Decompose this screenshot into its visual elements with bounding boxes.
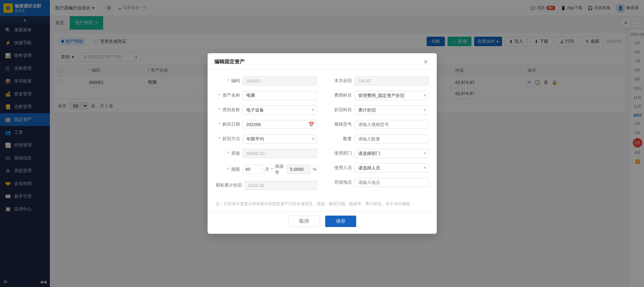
modal-left-col: * 编码 * 资产名称 <box>216 76 317 195</box>
dep-method-select[interactable]: 年限平均 <box>243 134 317 144</box>
department-label: 使用部门 <box>328 150 352 156</box>
name-label: * 资产名称 <box>216 92 240 98</box>
quantity-input[interactable] <box>355 134 429 144</box>
modal-note: 注：已经存在变更记录或者对应固定资产已经生成凭证，原值、购买日期、残值率、累计折… <box>208 198 437 211</box>
initial-dep-label: 期初累计折旧 <box>216 182 242 188</box>
modal-grid: * 编码 * 资产名称 <box>216 76 429 195</box>
staff-select[interactable]: 请选择人员 <box>355 163 429 172</box>
spec-label: 规格型号 <box>328 121 352 127</box>
category-select-wrap: 电子设备 ▾ <box>243 105 317 115</box>
quantity-label: 数量 <box>328 136 352 142</box>
name-input[interactable] <box>243 91 317 100</box>
form-row-location: 存放地点 <box>328 178 429 187</box>
modal-title: 编辑固定资产 <box>214 59 245 65</box>
category-name-label: * 类别名称 <box>216 107 240 113</box>
form-row-purchase-date: * 购买日期 📅 <box>216 120 317 129</box>
category-select[interactable]: 电子设备 <box>243 105 317 115</box>
form-row-original-value: * 原值 <box>216 149 317 158</box>
expense-account-select[interactable]: 管理费用_固定资产折旧 <box>355 91 429 100</box>
form-row-code: * 编码 <box>216 76 317 86</box>
staff-wrap: 请选择人员 ▾ <box>355 163 429 172</box>
staff-label: 使用人员 <box>328 165 352 171</box>
modal-right-col: 本月折旧 费用科目 管理费用_固定资产折旧 ▾ <box>328 76 429 195</box>
initial-dep-input[interactable] <box>245 181 317 190</box>
form-row-category: * 类别名称 电子设备 ▾ <box>216 105 317 115</box>
monthly-dep-input <box>355 76 429 86</box>
original-value-label: * 原值 <box>216 150 240 156</box>
dep-account-select[interactable]: 累计折旧 <box>355 105 429 115</box>
dep-method-select-wrap: 年限平均 ▾ <box>243 134 317 144</box>
modal-body: * 编码 * 资产名称 <box>208 70 437 198</box>
form-row-dep-method: * 折旧方法 年限平均 ▾ <box>216 134 317 144</box>
form-row-name: * 资产名称 <box>216 91 317 100</box>
location-input[interactable] <box>355 178 429 187</box>
form-row-initial-dep: 期初累计折旧 <box>216 181 317 190</box>
period-unit: 月 <box>265 166 269 172</box>
form-row-department: 使用部门 请选择部门 ▾ <box>328 149 429 158</box>
form-row-expense-account: 费用科目 管理费用_固定资产折旧 ▾ <box>328 91 429 100</box>
department-select[interactable]: 请选择部门 <box>355 149 429 158</box>
purchase-date-input[interactable] <box>243 120 317 129</box>
period-label: * 期限 <box>216 166 240 172</box>
modal-footer: 取消 保存 <box>208 211 437 234</box>
original-value-input[interactable] <box>243 149 317 158</box>
edit-asset-modal: 编辑固定资产 ✕ * 编码 <box>208 53 437 234</box>
dep-method-label: * 折旧方法 <box>216 136 240 142</box>
expense-account-label: 费用科目 <box>328 92 352 98</box>
purchase-date-label: * 购买日期 <box>216 121 240 127</box>
form-row-spec: 规格型号 <box>328 120 429 129</box>
period-inline: 月 * 残值率 % <box>243 163 317 176</box>
location-label: 存放地点 <box>328 179 352 185</box>
residual-rate-star: * <box>271 167 273 172</box>
expense-account-wrap: 管理费用_固定资产折旧 ▾ <box>355 91 429 100</box>
purchase-date-wrap: 📅 <box>243 120 317 129</box>
spec-input[interactable] <box>355 120 429 129</box>
residual-rate-unit: % <box>313 167 317 172</box>
period-input[interactable] <box>243 165 263 174</box>
modal-overlay: 编辑固定资产 ✕ * 编码 <box>0 0 644 287</box>
code-label: * 编码 <box>216 78 240 84</box>
form-row-dep-account: 折旧科目 累计折旧 ▾ <box>328 105 429 115</box>
residual-rate-input[interactable] <box>287 165 311 174</box>
form-row-staff: 使用人员 请选择人员 ▾ <box>328 163 429 172</box>
code-input[interactable] <box>243 76 317 86</box>
dep-account-wrap: 累计折旧 ▾ <box>355 105 429 115</box>
cancel-button[interactable]: 取消 <box>288 216 320 227</box>
dep-account-label: 折旧科目 <box>328 107 352 113</box>
form-row-monthly-dep: 本月折旧 <box>328 76 429 86</box>
save-button[interactable]: 保存 <box>325 216 356 227</box>
form-row-quantity: 数量 <box>328 134 429 144</box>
monthly-dep-label: 本月折旧 <box>328 78 352 84</box>
department-wrap: 请选择部门 ▾ <box>355 149 429 158</box>
modal-close-button[interactable]: ✕ <box>422 58 430 66</box>
residual-rate-label: 残值率 <box>275 163 285 176</box>
form-row-period: * 期限 月 * 残值率 % <box>216 163 317 176</box>
modal-header: 编辑固定资产 ✕ <box>208 53 437 70</box>
